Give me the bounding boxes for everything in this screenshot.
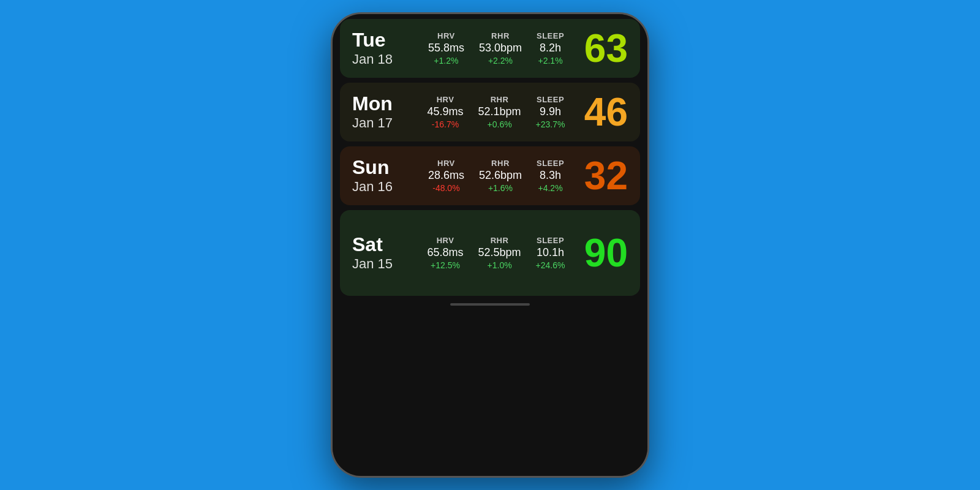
sleep-label-sun: SLEEP [537,159,564,168]
rhr-value-sun: 52.6bpm [479,169,522,182]
metrics-sat: HRV 65.8ms +12.5% RHR 52.5bpm +1.0% SLEE… [413,236,579,270]
hrv-metric-tue: HRV 55.8ms +1.2% [428,31,464,66]
score-sat: 90 [584,233,628,273]
hrv-value-sat: 65.8ms [428,246,464,259]
hrv-label-mon: HRV [437,95,454,104]
date-label-sun: Jan 16 [352,179,413,195]
sleep-value-sun: 8.3h [540,169,561,182]
metrics-tue: HRV 55.8ms +1.2% RHR 53.0bpm +2.2% SLEEP… [413,31,579,66]
rhr-value-mon: 52.1bpm [478,105,521,118]
rhr-change-sat: +1.0% [488,260,512,270]
date-section-mon: Mon Jan 17 [352,93,413,130]
score-mon: 46 [584,92,628,132]
hrv-change-mon: -16.7% [432,119,459,129]
day-name-sat: Sat [352,234,413,255]
sleep-label-sat: SLEEP [537,236,564,245]
hrv-metric-mon: HRV 45.9ms -16.7% [428,95,464,129]
day-name-mon: Mon [352,93,413,115]
day-card-mon[interactable]: Mon Jan 17 HRV 45.9ms -16.7% RHR 52.1bpm… [340,83,640,141]
hrv-label-tue: HRV [437,31,455,40]
day-card-tue[interactable]: Tue Jan 18 HRV 55.8ms +1.2% RHR 53.0bpm … [340,19,640,78]
rhr-change-mon: +0.6% [488,119,512,129]
hrv-metric-sat: HRV 65.8ms +12.5% [428,236,464,270]
sleep-label-mon: SLEEP [537,95,564,104]
rhr-value-sat: 52.5bpm [478,246,521,259]
sleep-label-tue: SLEEP [537,31,564,40]
sleep-value-mon: 9.9h [540,105,561,118]
sleep-metric-tue: SLEEP 8.2h +2.1% [537,31,564,66]
hrv-change-sat: +12.5% [431,260,460,270]
date-section-sun: Sun Jan 16 [352,157,413,194]
rhr-label-tue: RHR [491,31,510,40]
rhr-value-tue: 53.0bpm [479,42,522,55]
date-label-tue: Jan 18 [352,51,413,67]
hrv-change-tue: +1.2% [434,56,458,66]
score-sun: 32 [584,156,628,195]
rhr-label-sun: RHR [491,159,510,168]
day-card-sat[interactable]: Sat Jan 15 HRV 65.8ms +12.5% RHR 52.5bpm… [340,210,640,296]
rhr-metric-mon: RHR 52.1bpm +0.6% [478,95,521,129]
date-label-mon: Jan 17 [352,115,413,131]
hrv-change-sun: -48.0% [432,183,459,193]
rhr-label-mon: RHR [491,95,509,104]
rhr-change-tue: +2.2% [488,56,513,66]
sleep-value-tue: 8.2h [540,42,561,55]
score-section-mon: 46 [579,92,628,132]
score-section-tue: 63 [579,29,628,68]
hrv-metric-sun: HRV 28.6ms -48.0% [428,159,464,193]
metrics-sun: HRV 28.6ms -48.0% RHR 52.6bpm +1.6% SLEE… [413,159,579,193]
home-indicator [450,303,530,306]
phone-screen: Tue Jan 18 HRV 55.8ms +1.2% RHR 53.0bpm … [333,14,647,476]
rhr-change-sun: +1.6% [488,183,513,193]
sleep-change-tue: +2.1% [538,56,563,66]
hrv-value-mon: 45.9ms [428,105,464,118]
hrv-label-sat: HRV [437,236,454,245]
rhr-metric-sun: RHR 52.6bpm +1.6% [479,159,522,193]
date-section-tue: Tue Jan 18 [352,29,413,67]
day-card-sun[interactable]: Sun Jan 16 HRV 28.6ms -48.0% RHR 52.6bpm… [340,146,640,205]
rhr-label-sat: RHR [491,236,509,245]
sleep-value-sat: 10.1h [537,246,564,259]
sleep-metric-mon: SLEEP 9.9h +23.7% [536,95,565,129]
day-name-sun: Sun [352,157,413,178]
sleep-change-sat: +24.6% [536,260,565,270]
sleep-metric-sat: SLEEP 10.1h +24.6% [536,236,565,270]
sleep-change-mon: +23.7% [536,119,565,129]
score-section-sat: 90 [579,233,628,273]
score-tue: 63 [584,29,628,68]
hrv-label-sun: HRV [437,159,455,168]
hrv-value-tue: 55.8ms [428,42,464,55]
hrv-value-sun: 28.6ms [428,169,464,182]
date-section-sat: Sat Jan 15 [352,234,413,271]
rhr-metric-tue: RHR 53.0bpm +2.2% [479,31,522,66]
day-name-tue: Tue [352,29,413,51]
date-label-sat: Jan 15 [352,256,413,272]
metrics-mon: HRV 45.9ms -16.7% RHR 52.1bpm +0.6% SLEE… [413,95,579,129]
rhr-metric-sat: RHR 52.5bpm +1.0% [478,236,521,270]
sleep-change-sun: +4.2% [538,183,563,193]
sleep-metric-sun: SLEEP 8.3h +4.2% [537,159,564,193]
phone-frame: Tue Jan 18 HRV 55.8ms +1.2% RHR 53.0bpm … [331,12,649,478]
score-section-sun: 32 [579,156,628,195]
